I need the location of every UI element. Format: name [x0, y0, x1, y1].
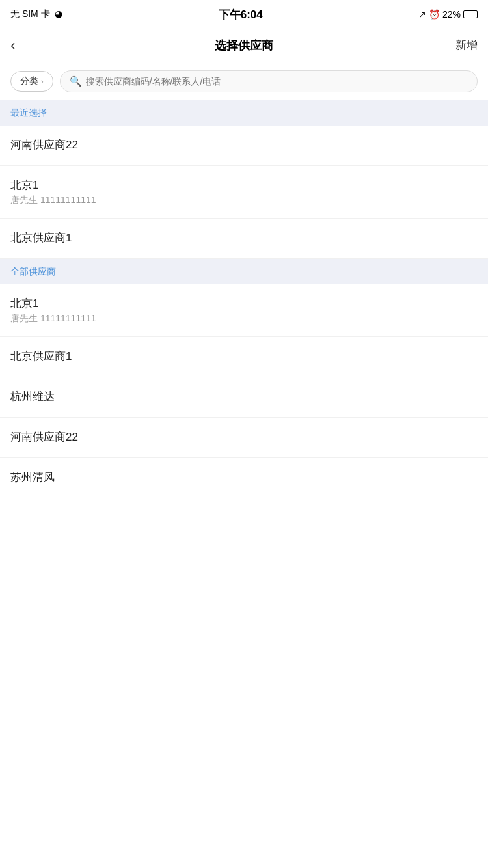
all-section-header: 全部供应商 — [0, 259, 488, 284]
status-left: 无 SIM 卡 ◕ — [10, 8, 62, 20]
recent-section-label: 最近选择 — [10, 107, 47, 118]
status-right: ↗ ⏰ 22% — [418, 9, 478, 20]
item-detail: 唐先生 11111111111 — [10, 195, 478, 206]
alarm-icon: ⏰ — [429, 9, 440, 20]
item-name: 苏州清风 — [10, 470, 478, 485]
item-name: 北京供应商1 — [10, 349, 478, 364]
search-box[interactable]: 🔍 — [60, 70, 478, 92]
list-item[interactable]: 北京1 唐先生 11111111111 — [0, 284, 488, 337]
search-icon: 🔍 — [70, 75, 82, 87]
list-item[interactable]: 河南供应商22 — [0, 126, 488, 166]
search-input[interactable] — [86, 76, 468, 87]
status-time: 下午6:04 — [219, 7, 263, 22]
category-label: 分类 — [20, 75, 38, 87]
list-item[interactable]: 苏州清风 — [0, 458, 488, 498]
page-title: 选择供应商 — [215, 38, 273, 53]
category-button[interactable]: 分类 › — [10, 71, 53, 92]
item-name: 河南供应商22 — [10, 429, 478, 444]
list-item[interactable]: 北京供应商1 — [0, 337, 488, 377]
item-name: 北京1 — [10, 296, 478, 311]
battery-icon — [463, 10, 478, 18]
battery-percent: 22% — [442, 9, 461, 20]
list-item[interactable]: 北京1 唐先生 11111111111 — [0, 166, 488, 219]
list-item[interactable]: 河南供应商22 — [0, 418, 488, 458]
recent-section-header: 最近选择 — [0, 100, 488, 126]
nav-bar: ‹ 选择供应商 新增 — [0, 29, 488, 62]
status-bar: 无 SIM 卡 ◕ 下午6:04 ↗ ⏰ 22% — [0, 0, 488, 29]
location-icon: ↗ — [418, 9, 426, 20]
back-button[interactable]: ‹ — [10, 37, 39, 54]
item-name: 北京供应商1 — [10, 230, 478, 245]
item-detail: 唐先生 11111111111 — [10, 313, 478, 325]
new-supplier-button[interactable]: 新增 — [449, 38, 478, 53]
item-name: 杭州维达 — [10, 389, 478, 404]
item-name: 北京1 — [10, 178, 478, 193]
list-item[interactable]: 杭州维达 — [0, 377, 488, 418]
chevron-right-icon: › — [41, 77, 44, 85]
all-items-list: 北京1 唐先生 11111111111 北京供应商1 杭州维达 河南供应商22 … — [0, 284, 488, 498]
item-name: 河南供应商22 — [10, 137, 478, 152]
recent-items-list: 河南供应商22 北京1 唐先生 11111111111 北京供应商1 — [0, 126, 488, 259]
filter-bar: 分类 › 🔍 — [0, 62, 488, 100]
all-section-label: 全部供应商 — [10, 266, 56, 277]
list-item[interactable]: 北京供应商1 — [0, 219, 488, 259]
